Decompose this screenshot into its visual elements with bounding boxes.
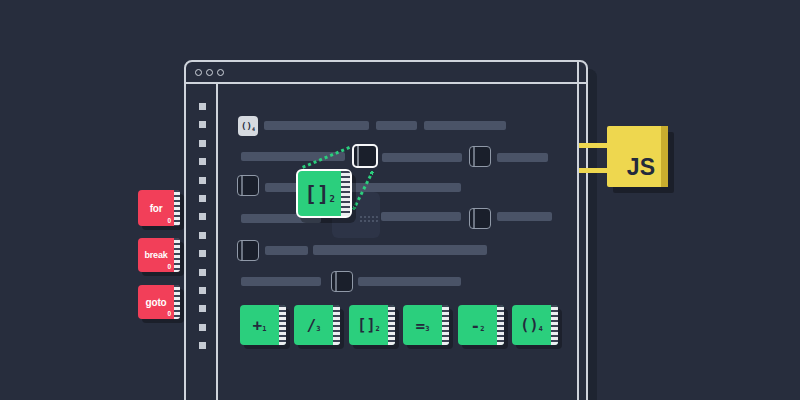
keyword-label: goto xyxy=(146,297,167,308)
code-bar xyxy=(382,153,462,162)
code-bar xyxy=(265,246,308,255)
notepad-ridge xyxy=(174,190,180,226)
notepad-ridge xyxy=(442,305,449,345)
code-bar xyxy=(424,121,506,130)
notepad-ridge xyxy=(279,305,286,345)
empty-slot[interactable] xyxy=(469,208,491,229)
notepad-ridge xyxy=(551,305,558,345)
badge-label: JS xyxy=(627,154,655,181)
code-bar xyxy=(376,121,417,130)
keyword-subscript: 0 xyxy=(167,263,171,270)
code-bar xyxy=(497,212,552,221)
window-close-icon[interactable] xyxy=(195,69,202,76)
paren-token-tile[interactable]: () 4 xyxy=(238,116,258,136)
tile-subscript: 2 xyxy=(480,325,484,333)
token-subscript: 4 xyxy=(252,126,255,132)
window-minimize-icon[interactable] xyxy=(206,69,213,76)
window-maximize-icon[interactable] xyxy=(217,69,224,76)
notepad-ridge xyxy=(388,305,395,345)
empty-slot[interactable] xyxy=(469,146,491,167)
ghost-dotted-bar xyxy=(359,215,378,223)
badge-page-edge xyxy=(661,126,668,187)
notepad-ridge xyxy=(497,305,504,345)
operator-tile-parens[interactable]: ()4 xyxy=(512,305,558,345)
token-symbol: () xyxy=(241,121,252,131)
tile-subscript: 3 xyxy=(425,325,429,333)
operator-tile-plus[interactable]: +1 xyxy=(240,305,286,345)
tile-subscript: 1 xyxy=(262,325,266,333)
tile-symbol: / xyxy=(307,316,317,335)
keyword-note-goto[interactable]: goto 0 xyxy=(138,285,180,319)
editor-window xyxy=(184,60,588,400)
operator-tile-brackets[interactable]: []2 xyxy=(349,305,395,345)
code-bar xyxy=(358,277,461,286)
keyword-note-for[interactable]: for 0 xyxy=(138,190,180,226)
empty-slot[interactable] xyxy=(237,175,259,196)
badge-pin xyxy=(579,143,607,148)
notepad-ridge xyxy=(174,285,180,319)
empty-slot[interactable] xyxy=(331,271,353,292)
notepad-ridge xyxy=(174,238,180,272)
code-bar xyxy=(241,277,321,286)
target-slot[interactable] xyxy=(352,144,378,168)
keyword-note-break[interactable]: break 0 xyxy=(138,238,180,272)
empty-slot[interactable] xyxy=(237,240,259,261)
code-bar xyxy=(264,121,369,130)
tile-symbol: - xyxy=(471,316,481,335)
tile-symbol: () xyxy=(520,316,538,334)
tile-symbol: = xyxy=(416,316,426,335)
tile-subscript: 4 xyxy=(538,325,542,333)
tile-symbol: [] xyxy=(357,316,375,334)
illustration-stage: () 4 [] 2 for 0 break 0 goto 0 +1 /3 []2 xyxy=(0,0,800,400)
keyword-label: break xyxy=(144,250,167,260)
badge-pin xyxy=(579,168,607,173)
tile-symbol: [] xyxy=(304,182,329,206)
tile-subscript: 2 xyxy=(375,325,379,333)
gutter-marker-squares xyxy=(199,103,206,353)
notepad-ridge xyxy=(341,171,350,216)
keyword-subscript: 0 xyxy=(167,310,171,317)
notepad-ridge xyxy=(333,305,340,345)
operator-tile-minus[interactable]: -2 xyxy=(458,305,504,345)
window-titlebar xyxy=(186,62,586,84)
operator-tile-equals[interactable]: =3 xyxy=(403,305,449,345)
code-bar xyxy=(497,153,548,162)
tile-symbol: + xyxy=(253,316,263,335)
code-bar xyxy=(381,212,461,221)
line-number-gutter xyxy=(186,84,218,400)
javascript-badge: JS xyxy=(607,126,668,187)
keyword-label: for xyxy=(150,203,163,214)
tile-face: [] 2 xyxy=(298,182,341,206)
tile-subscript: 2 xyxy=(329,193,334,203)
code-bar xyxy=(313,245,487,255)
operator-tile-slash[interactable]: /3 xyxy=(294,305,340,345)
tile-subscript: 3 xyxy=(316,325,320,333)
window-right-inner-border xyxy=(577,62,579,400)
dragged-operator-tile[interactable]: [] 2 xyxy=(296,169,352,218)
keyword-subscript: 0 xyxy=(167,217,171,224)
